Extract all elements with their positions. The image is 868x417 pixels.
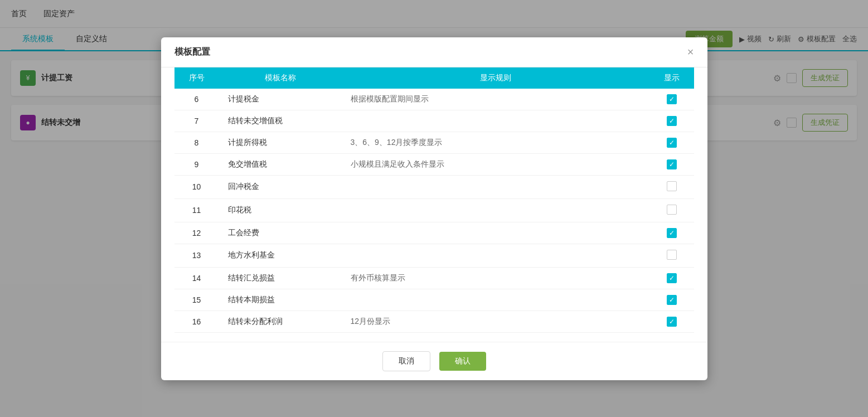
cell-checkbox [649,132,694,153]
modal-title: 模板配置 [174,46,210,58]
cell-seq: 10 [174,175,219,198]
cell-name: 结转汇兑损益 [219,267,342,289]
cell-seq: 8 [174,132,219,153]
col-header-name: 模板名称 [219,67,342,89]
table-row: 12工会经费 [174,222,694,244]
checkbox-row-2[interactable] [667,138,677,148]
cell-name: 地方水利基金 [219,244,342,267]
cell-checkbox [649,289,694,311]
cell-rule [342,222,649,244]
checkbox-row-4[interactable] [667,181,677,191]
cell-checkbox [649,153,694,175]
checkbox-row-3[interactable] [667,159,677,169]
cell-name: 印花税 [219,198,342,222]
cell-checkbox [649,244,694,267]
cell-rule [342,244,649,267]
cell-name: 计提所得税 [219,132,342,153]
cell-rule: 小规模且满足收入条件显示 [342,153,649,175]
cell-rule: 有外币核算显示 [342,267,649,289]
cell-rule [342,175,649,198]
cell-checkbox [649,267,694,289]
cell-seq: 16 [174,311,219,332]
cell-name: 回冲税金 [219,175,342,198]
table-row: 13地方水利基金 [174,244,694,267]
cell-name: 工会经费 [219,222,342,244]
table-header-row: 序号 模板名称 显示规则 显示 [174,67,694,89]
table-head: 序号 模板名称 显示规则 显示 [174,67,694,89]
cell-checkbox [649,198,694,222]
cell-seq: 15 [174,289,219,311]
modal-footer: 取消 确认 [161,342,707,380]
checkbox-row-7[interactable] [667,250,677,260]
cell-name: 计提税金 [219,89,342,110]
cell-name: 结转未分配利润 [219,311,342,332]
checkbox-row-8[interactable] [667,273,677,283]
col-header-display: 显示 [649,67,694,89]
cell-name: 结转本期损益 [219,289,342,311]
table-row: 7结转未交增值税 [174,110,694,132]
cell-seq: 7 [174,110,219,132]
modal-header: 模板配置 × [161,37,707,67]
table-row: 14结转汇兑损益有外币核算显示 [174,267,694,289]
checkbox-row-1[interactable] [667,116,677,126]
cell-rule: 12月份显示 [342,311,649,332]
table-container[interactable]: 序号 模板名称 显示规则 显示 6计提税金根据模版配置期间显示7结转未交增值税8… [174,67,694,333]
config-table: 序号 模板名称 显示规则 显示 6计提税金根据模版配置期间显示7结转未交增值税8… [174,67,694,333]
cancel-button[interactable]: 取消 [382,351,430,371]
cell-name: 免交增值税 [219,153,342,175]
cell-checkbox [649,89,694,110]
modal-body: 序号 模板名称 显示规则 显示 6计提税金根据模版配置期间显示7结转未交增值税8… [161,67,707,342]
col-header-rule: 显示规则 [342,67,649,89]
cell-checkbox [649,175,694,198]
checkbox-row-0[interactable] [667,94,677,104]
table-row: 6计提税金根据模版配置期间显示 [174,89,694,110]
table-body: 6计提税金根据模版配置期间显示7结转未交增值税8计提所得税3、6、9、12月按季… [174,89,694,333]
cell-rule [342,198,649,222]
table-row: 15结转本期损益 [174,289,694,311]
table-row: 10回冲税金 [174,175,694,198]
modal-template-config: 模板配置 × 序号 模板名称 显示规则 显示 6计提税金根据模版配置期间显 [161,37,707,380]
table-row: 9免交增值税小规模且满足收入条件显示 [174,153,694,175]
cell-rule: 根据模版配置期间显示 [342,89,649,110]
table-row: 8计提所得税3、6、9、12月按季度显示 [174,132,694,153]
confirm-button[interactable]: 确认 [439,352,486,371]
checkbox-row-5[interactable] [667,205,677,215]
cell-checkbox [649,311,694,332]
cell-seq: 9 [174,153,219,175]
cell-rule [342,289,649,311]
modal-overlay: 模板配置 × 序号 模板名称 显示规则 显示 6计提税金根据模版配置期间显 [0,0,868,417]
table-row: 16结转未分配利润12月份显示 [174,311,694,332]
cell-checkbox [649,222,694,244]
cell-name: 结转未交增值税 [219,110,342,132]
table-row: 11印花税 [174,198,694,222]
cell-seq: 11 [174,198,219,222]
cell-rule: 3、6、9、12月按季度显示 [342,132,649,153]
checkbox-row-10[interactable] [667,317,677,327]
cell-seq: 6 [174,89,219,110]
checkbox-row-6[interactable] [667,228,677,238]
cell-seq: 13 [174,244,219,267]
checkbox-row-9[interactable] [667,295,677,305]
cell-seq: 12 [174,222,219,244]
col-header-seq: 序号 [174,67,219,89]
cell-rule [342,110,649,132]
cell-seq: 14 [174,267,219,289]
modal-close-button[interactable]: × [687,46,694,57]
cell-checkbox [649,110,694,132]
